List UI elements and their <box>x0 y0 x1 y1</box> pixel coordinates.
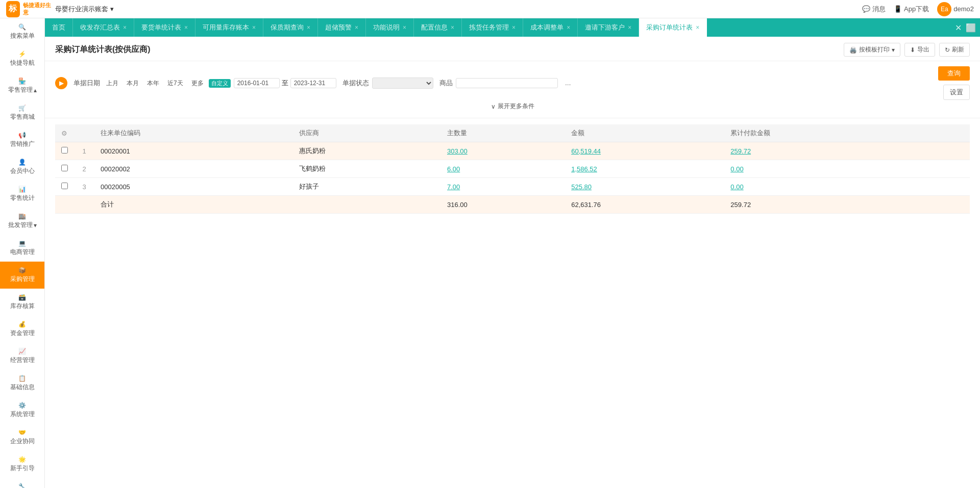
sidebar-item-inventory[interactable]: 🗃️ 库存核算 <box>0 289 44 316</box>
sidebar-item-retail-shop[interactable]: 🛒 零售商城 <box>0 99 44 126</box>
tab-pickup-task-label: 拣货任务管理 <box>469 23 509 32</box>
cell-index: 2 <box>74 160 94 178</box>
tab-close-all-button[interactable]: ✕ <box>955 23 962 33</box>
row-checkbox[interactable] <box>61 183 68 189</box>
tab-invite-downstream[interactable]: 邀请下游客户 × <box>578 18 639 37</box>
retail-arrow-icon: ▴ <box>34 87 37 94</box>
tab-usable-inventory[interactable]: 可用量库存账本 × <box>195 18 263 37</box>
cell-checkbox[interactable] <box>55 142 74 160</box>
tab-pickup-task-close[interactable]: × <box>512 24 516 31</box>
sidebar-item-ecommerce[interactable]: 💻 电商管理 <box>0 235 44 262</box>
sidebar-item-marketing[interactable]: 📢 营销推广 <box>0 126 44 153</box>
sidebar-item-finance[interactable]: 💰 资金管理 <box>0 316 44 343</box>
cell-main-qty[interactable]: 6.00 <box>441 160 565 178</box>
tab-purchase-order-stat[interactable]: 采购订单统计表 × <box>639 18 707 37</box>
tab-invite-downstream-close[interactable]: × <box>628 24 631 31</box>
sidebar-label-retail-stat: 零售统计 <box>10 194 35 202</box>
expand-conditions-button[interactable]: ∨ 展开更多条件 <box>491 102 534 111</box>
table-row[interactable]: 1 00020001 惠氏奶粉 303.00 60,519.44 259.72 <box>55 142 970 160</box>
user-name: demo2 <box>953 5 974 13</box>
cell-paid-amount[interactable]: 0.00 <box>724 160 923 178</box>
sidebar-item-system[interactable]: ⚙️ 系统管理 <box>0 397 44 424</box>
date-from-input[interactable] <box>234 78 280 88</box>
tab-function-desc-close[interactable]: × <box>403 24 406 31</box>
sidebar-item-newbie[interactable]: 🌟 新手引导 <box>0 451 44 478</box>
settings-button[interactable]: 设置 <box>943 85 970 100</box>
tab-collect-send-close[interactable]: × <box>123 24 127 31</box>
tab-expiry-query[interactable]: 保质期查询 × <box>263 18 318 37</box>
col-index <box>74 124 94 142</box>
search-icon: 🔍 <box>18 23 26 31</box>
shortcut-icon: ⚡ <box>18 50 26 58</box>
tab-usable-inventory-close[interactable]: × <box>252 24 256 31</box>
date-filter-label: 单据日期 <box>74 79 100 88</box>
goods-input[interactable] <box>456 78 558 88</box>
tab-function-desc[interactable]: 功能说明 × <box>366 18 414 37</box>
cell-checkbox[interactable] <box>55 160 74 178</box>
filter-toggle-button[interactable]: ▶ <box>55 77 67 89</box>
sidebar-item-retail-stat[interactable]: 📊 零售统计 <box>0 181 44 208</box>
tab-config-info[interactable]: 配置信息 × <box>414 18 462 37</box>
cell-amount[interactable]: 60,519.44 <box>565 142 724 160</box>
sidebar-item-shortcut[interactable]: ⚡ 快捷导航 <box>0 45 44 72</box>
workspace-selector[interactable]: 母婴行业演示账套 ▾ <box>55 5 114 14</box>
tab-cost-adjust-close[interactable]: × <box>567 24 570 31</box>
tab-goods-stat[interactable]: 要货单统计表 × <box>134 18 195 37</box>
shortcut-this-year[interactable]: 本年 <box>144 78 162 89</box>
tab-goods-stat-close[interactable]: × <box>184 24 188 31</box>
sidebar-item-base-info[interactable]: 📋 基础信息 <box>0 370 44 397</box>
message-button[interactable]: 💬 消息 <box>862 5 886 14</box>
sidebar-item-search[interactable]: 🔍 搜索菜单 <box>0 18 44 45</box>
user-area[interactable]: Ea demo2 <box>937 2 974 16</box>
tab-collect-send[interactable]: 收发存汇总表 × <box>73 18 134 37</box>
footer-settings <box>55 196 74 214</box>
sidebar-item-operations[interactable]: 📈 经营管理 <box>0 343 44 370</box>
tab-home[interactable]: 首页 <box>45 18 73 37</box>
tab-cost-adjust-label: 成本调整单 <box>530 23 564 32</box>
sidebar-item-wholesale[interactable]: 🏬 批发管理 ▾ <box>0 208 44 235</box>
tab-expiry-query-close[interactable]: × <box>307 24 310 31</box>
cell-main-qty[interactable]: 7.00 <box>441 178 565 196</box>
tab-purchase-order-stat-close[interactable]: × <box>696 24 699 31</box>
table-row[interactable]: 2 00020002 飞鹤奶粉 6.00 1,586.52 0.00 <box>55 160 970 178</box>
cell-amount[interactable]: 525.80 <box>565 178 724 196</box>
sidebar-item-retail[interactable]: 🏪 零售管理 ▴ <box>0 72 44 99</box>
query-button[interactable]: 查询 <box>938 66 970 81</box>
tab-cost-adjust[interactable]: 成本调整单 × <box>523 18 578 37</box>
shortcut-this-month[interactable]: 本月 <box>124 78 142 89</box>
print-button[interactable]: 🖨️ 按模板打印 ▾ <box>844 43 900 57</box>
sidebar-item-purchase[interactable]: 📦 采购管理 <box>0 262 44 289</box>
date-to-input[interactable] <box>290 78 336 88</box>
shortcut-7days[interactable]: 近7天 <box>164 78 186 89</box>
refresh-button[interactable]: ↻ 刷新 <box>939 43 970 57</box>
table-row[interactable]: 3 00020005 好孩子 7.00 525.80 0.00 <box>55 178 970 196</box>
shortcut-last-month[interactable]: 上月 <box>103 78 121 89</box>
cell-main-qty[interactable]: 303.00 <box>441 142 565 160</box>
col-settings-icon[interactable]: ⚙ <box>61 130 67 137</box>
marketing-icon: 📢 <box>18 132 26 139</box>
footer-label: 合计 <box>94 196 293 214</box>
tab-overstock-warning[interactable]: 超储预警 × <box>318 18 366 37</box>
sidebar-item-app-center[interactable]: 🔧 应用中心 <box>0 478 44 488</box>
export-icon: ⬇ <box>910 46 915 54</box>
tab-config-info-close[interactable]: × <box>451 24 454 31</box>
row-checkbox[interactable] <box>61 165 68 171</box>
cell-amount[interactable]: 1,586.52 <box>565 160 724 178</box>
tab-expand-button[interactable]: ⬜ <box>966 23 976 33</box>
sidebar-item-enterprise[interactable]: 🤝 企业协同 <box>0 424 44 451</box>
status-select[interactable] <box>372 78 433 89</box>
export-button[interactable]: ⬇ 导出 <box>904 43 935 57</box>
goods-more-button[interactable]: … <box>561 79 575 88</box>
shortcut-more[interactable]: 更多 <box>188 78 207 89</box>
app-download-button[interactable]: 📱 App下载 <box>894 5 929 14</box>
row-checkbox[interactable] <box>61 147 68 153</box>
tab-pickup-task[interactable]: 拣货任务管理 × <box>462 18 523 37</box>
sidebar-item-member[interactable]: 👤 会员中心 <box>0 153 44 181</box>
cell-paid-amount[interactable]: 0.00 <box>724 178 923 196</box>
cell-paid-amount[interactable]: 259.72 <box>724 142 923 160</box>
sidebar-label-system: 系统管理 <box>10 410 35 419</box>
tab-overstock-warning-close[interactable]: × <box>355 24 358 31</box>
expand-label: 展开更多条件 <box>498 102 534 111</box>
table-container: ⚙ 往来单位编码 供应商 主数量 金额 累计付款金额 <box>45 118 980 220</box>
cell-checkbox[interactable] <box>55 178 74 196</box>
